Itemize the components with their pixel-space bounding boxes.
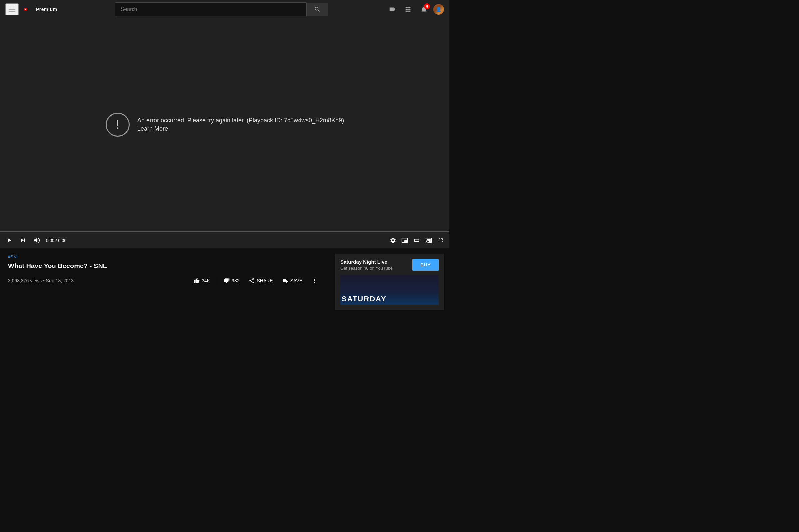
- settings-icon: [390, 237, 396, 244]
- error-message: An error occurred. Please try again late…: [137, 117, 344, 124]
- buy-button[interactable]: BUY: [412, 259, 439, 271]
- cast-icon: [426, 237, 432, 244]
- video-meta-row: 3,098,376 views • Sep 18, 2013 34K: [0, 272, 330, 289]
- play-button[interactable]: [4, 235, 14, 245]
- right-promo-panel: Saturday Night Live Get season 46 on You…: [330, 248, 449, 316]
- avatar-image: 👤: [433, 4, 444, 15]
- cast-button[interactable]: [424, 235, 433, 245]
- snl-promo-text: Saturday Night Live Get season 46 on You…: [340, 259, 408, 271]
- snl-thumbnail: SATURDAY: [340, 275, 439, 305]
- search-button[interactable]: [306, 3, 328, 16]
- video-info-area: #SNL What Have You Become? - SNL 3,098,3…: [0, 248, 449, 316]
- video-actions: 34K 982 SHARE: [190, 275, 321, 286]
- save-label: SAVE: [290, 278, 302, 283]
- video-main: ! An error occurred. Please try again la…: [0, 19, 449, 231]
- video-info-left: #SNL What Have You Become? - SNL 3,098,3…: [0, 248, 330, 316]
- learn-more-link[interactable]: Learn More: [137, 126, 344, 132]
- more-button[interactable]: [308, 275, 321, 286]
- progress-bar[interactable]: [0, 231, 449, 232]
- time-display: 0:00 / 0:00: [46, 238, 66, 243]
- volume-icon: [33, 236, 41, 244]
- video-title: What Have You Become? - SNL: [8, 262, 321, 270]
- video-hashtag[interactable]: #SNL: [8, 254, 19, 259]
- volume-button[interactable]: [32, 235, 42, 245]
- fullscreen-button[interactable]: [436, 235, 445, 245]
- video-stats: 3,098,376 views • Sep 18, 2013: [8, 278, 74, 283]
- action-divider: [217, 277, 217, 285]
- header-left: Premium: [5, 3, 57, 15]
- share-button[interactable]: SHARE: [245, 275, 277, 286]
- miniplayer-button[interactable]: [400, 235, 409, 245]
- save-button[interactable]: SAVE: [278, 275, 306, 286]
- next-button[interactable]: [18, 235, 28, 245]
- title-area: What Have You Become? - SNL: [0, 260, 330, 270]
- video-player: ! An error occurred. Please try again la…: [0, 19, 449, 248]
- notification-badge: 6: [424, 3, 430, 9]
- search-icon: [314, 6, 321, 13]
- search-input[interactable]: [115, 3, 306, 16]
- header-right: 6 👤: [386, 3, 444, 16]
- controls-right: [388, 235, 445, 245]
- error-exclamation-mark: !: [116, 119, 119, 131]
- like-button[interactable]: 34K: [190, 275, 214, 286]
- snl-thumbnail-text: SATURDAY: [341, 295, 387, 303]
- dislike-button[interactable]: 982: [220, 275, 243, 286]
- player-controls: 0:00 / 0:00: [0, 232, 449, 248]
- dislike-count: 982: [232, 278, 239, 283]
- snl-channel-title: Saturday Night Live: [340, 259, 408, 265]
- like-count: 34K: [202, 278, 210, 283]
- error-container: ! An error occurred. Please try again la…: [106, 113, 344, 137]
- thumbs-down-icon: [224, 278, 230, 284]
- menu-button[interactable]: [5, 3, 19, 15]
- create-button[interactable]: [386, 3, 399, 16]
- hashtag-area: #SNL: [0, 248, 330, 260]
- premium-label: Premium: [36, 7, 57, 12]
- more-icon: [312, 278, 318, 284]
- search-input-wrapper: [115, 2, 306, 16]
- apps-icon: [405, 6, 412, 13]
- fullscreen-icon: [438, 237, 444, 244]
- snl-channel-subtitle: Get season 46 on YouTube: [340, 266, 408, 271]
- share-icon: [249, 278, 255, 284]
- theater-button[interactable]: [412, 235, 422, 245]
- error-text-block: An error occurred. Please try again late…: [137, 117, 344, 132]
- save-icon: [282, 278, 288, 284]
- header: Premium 6 👤: [0, 0, 449, 19]
- notifications-button[interactable]: 6: [417, 3, 431, 16]
- logo[interactable]: Premium: [24, 6, 57, 13]
- main-content: ! An error occurred. Please try again la…: [0, 19, 449, 316]
- youtube-logo-icon: [24, 6, 35, 13]
- miniplayer-icon: [402, 237, 408, 244]
- play-icon: [5, 236, 13, 244]
- create-icon: [389, 6, 396, 13]
- snl-promo-box: Saturday Night Live Get season 46 on You…: [335, 253, 444, 310]
- settings-button[interactable]: [388, 235, 397, 245]
- thumbs-up-icon: [194, 278, 200, 284]
- apps-button[interactable]: [402, 3, 415, 16]
- skip-next-icon: [19, 236, 26, 244]
- avatar[interactable]: 👤: [433, 4, 444, 15]
- share-label: SHARE: [257, 278, 273, 283]
- search-container: [115, 2, 328, 16]
- theater-icon: [413, 237, 420, 244]
- error-icon: !: [106, 113, 130, 137]
- snl-promo-inner: Saturday Night Live Get season 46 on You…: [340, 259, 439, 271]
